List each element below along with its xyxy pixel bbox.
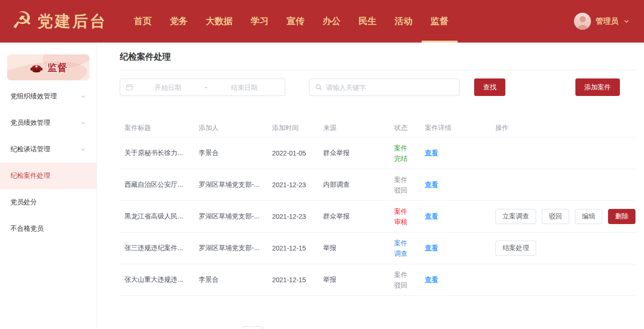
view-detail-link[interactable]: 查看 [425,149,438,156]
case-date: 2021-12-23 [272,181,323,189]
case-date: 2022-01-05 [272,149,323,157]
user-menu[interactable]: 管理员 [574,13,630,30]
case-table: 案件标题添加人添加时间来源状态案件详情操作 关于原秘书长徐力...李景合2022… [120,119,635,296]
sidebar-item-2[interactable]: 党员绩效管理 [0,110,97,136]
case-date: 2021-12-15 [272,244,323,252]
chevron-down-icon [623,18,630,25]
sidebar: 监督 党组织绩效管理党员绩效管理纪检谈话管理纪检案件处理党员处分不合格党员 [0,43,97,329]
chevron-down-icon [80,94,86,99]
case-source: 群众举报 [323,212,394,221]
search-icon [315,84,322,91]
nav-item-7[interactable]: 民生 [359,0,377,43]
view-detail-link[interactable]: 查看 [425,181,438,188]
end-date-input[interactable] [209,84,279,91]
add-case-button[interactable]: 添加案件 [575,78,620,96]
nav-item-9[interactable]: 监督 [431,0,449,43]
keyword-input[interactable] [326,84,453,91]
title-divider [120,70,635,70]
sidebar-item-6[interactable]: 不合格党员 [0,216,97,242]
page-title: 纪检案件处理 [120,51,635,62]
table-row: 张三违规违纪案件...罗湖区草埔党支部-...2021-12-15举报案件调查查… [120,233,635,264]
search-button[interactable]: 查找 [474,78,505,96]
case-actions-cell: 结案处理 [490,241,635,256]
action-button[interactable]: 结案处理 [495,241,536,256]
case-detail-cell: 查看 [421,149,490,157]
sidebar-item-label: 党员处分 [10,198,37,207]
pagination-page-button[interactable] [242,326,263,329]
table-row: 张大山重大违规违...李景合2021-12-15举报案件驳回查看 [120,264,635,296]
case-source: 举报 [323,244,394,252]
column-header: 操作 [490,124,635,132]
case-status-cell: 案件驳回 [394,174,421,195]
case-detail-cell: 查看 [421,212,490,221]
view-detail-link[interactable]: 查看 [425,244,438,251]
case-title: 张三违规违纪案件... [124,244,199,252]
nav-item-1[interactable]: 首页 [134,0,152,43]
sidebar-item-3[interactable]: 纪检谈话管理 [0,136,97,163]
supervision-cap-icon [29,62,44,73]
status-badge: 案件驳回 [394,269,411,290]
table-header: 案件标题添加人添加时间来源状态案件详情操作 [120,119,635,138]
case-source: 群众举报 [323,149,394,157]
sidebar-item-label: 纪检谈话管理 [10,145,50,154]
case-status-cell: 案件调查 [394,238,421,259]
top-header: ☭ 党建后台 首页党务大数据学习宣传办公民生活动监督 管理员 [0,0,644,43]
nav-item-6[interactable]: 办公 [323,0,341,43]
nav-item-2[interactable]: 党务 [170,0,188,43]
case-detail-cell: 查看 [421,276,490,284]
view-detail-link[interactable]: 查看 [425,276,438,283]
case-date: 2021-12-15 [272,276,323,284]
chevron-down-icon [80,147,86,152]
start-date-input[interactable] [133,84,203,91]
sidebar-banner: 监督 [7,54,89,80]
main-nav: 首页党务大数据学习宣传办公民生活动监督 [134,0,467,43]
case-actions-cell: 立案调查驳回编辑删除 [490,209,635,224]
column-header: 案件详情 [421,124,490,132]
action-button[interactable]: 编辑 [575,209,602,224]
column-header: 添加人 [199,124,272,132]
sidebar-item-4[interactable]: 纪检案件处理 [0,163,97,189]
date-separator: - [203,84,209,91]
action-button[interactable]: 立案调查 [495,209,536,224]
sidebar-menu: 党组织绩效管理党员绩效管理纪检谈话管理纪检案件处理党员处分不合格党员 [0,81,97,242]
sidebar-item-label: 党员绩效管理 [10,119,50,127]
keyword-search[interactable] [309,78,459,96]
action-button[interactable]: 驳回 [542,209,569,224]
case-title: 张大山重大违规违... [124,276,199,284]
table-row: 西藏自治区公安厅...罗湖区草埔党支部-...2021-12-23内部调查案件驳… [120,169,635,201]
case-status-cell: 案件驳回 [394,269,421,290]
sidebar-item-label: 不合格党员 [10,225,44,233]
case-source: 内部调查 [323,181,394,189]
table-body: 关于原秘书长徐力...李景合2022-01-05群众举报案件完结查看西藏自治区公… [120,138,635,296]
date-range-picker[interactable]: - [120,78,285,96]
sidebar-item-label: 党组织绩效管理 [10,92,57,101]
case-date: 2021-12-23 [272,213,323,220]
sidebar-item-label: 纪检案件处理 [10,172,50,180]
case-creator: 李景合 [199,276,272,284]
sidebar-item-5[interactable]: 党员处分 [0,189,97,216]
nav-item-4[interactable]: 学习 [251,0,269,43]
app-logo[interactable]: ☭ 党建后台 [11,9,107,33]
sidebar-item-1[interactable]: 党组织绩效管理 [0,83,97,110]
status-badge: 案件审核 [394,206,411,227]
status-badge: 案件完结 [394,143,411,164]
sidebar-banner-label: 监督 [47,61,67,74]
main-content: 纪检案件处理 - [97,43,644,329]
status-badge: 案件驳回 [394,174,411,195]
case-title: 关于原秘书长徐力... [124,149,199,157]
case-creator: 罗湖区草埔党支部-... [199,212,272,221]
column-header: 案件标题 [124,124,199,132]
table-row: 关于原秘书长徐力...李景合2022-01-05群众举报案件完结查看 [120,138,635,169]
view-detail-link[interactable]: 查看 [425,212,438,220]
app-title: 党建后台 [37,11,107,32]
case-source: 举报 [323,276,394,284]
nav-item-5[interactable]: 宣传 [287,0,305,43]
case-creator: 罗湖区草埔党支部-... [199,244,272,252]
avatar [574,13,591,30]
case-title: 西藏自治区公安厅... [124,181,199,189]
case-title: 黑龙江省高级人民... [124,212,199,221]
nav-item-3[interactable]: 大数据 [206,0,233,43]
action-button[interactable]: 删除 [608,209,635,224]
nav-item-8[interactable]: 活动 [395,0,413,43]
case-detail-cell: 查看 [421,244,490,252]
